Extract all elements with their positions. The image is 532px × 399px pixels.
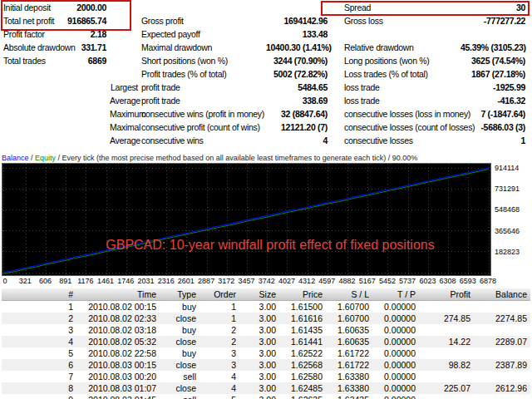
trade-cell: 1.63380 [326, 382, 372, 394]
stat-label: -1925.99 [459, 81, 530, 94]
x-axis-label: 6878 [477, 278, 499, 285]
trade-cell: buy [160, 301, 200, 313]
y-axis-label: 548468 [495, 206, 520, 214]
legend-balance-label: Balance [2, 154, 29, 162]
trade-cell: 3.00 [239, 324, 279, 336]
trade-cell: 0.00000 [372, 394, 419, 399]
balance-curve [3, 168, 489, 273]
stat-label [108, 54, 140, 67]
stat-label: 32 (8847.64) [264, 107, 329, 121]
trade-cell: 3.00 [239, 382, 279, 394]
stats-row: Total trades6869Short positions (won %)3… [2, 54, 530, 67]
trade-cell: 1.61616 [279, 313, 326, 324]
trades-header-row: #TimeTypeOrderSizePriceS / LT / PProfitB… [2, 288, 530, 301]
trade-cell [474, 394, 530, 399]
trade-cell [419, 324, 474, 336]
trade-cell: 2289.07 [474, 336, 530, 347]
trade-cell: 2010.08.02 00:15 [76, 301, 160, 313]
chart-plot-wrap: GBPCAD: 10-year windfall profit effect o… [2, 163, 530, 276]
trade-cell: sell [160, 394, 200, 399]
trade-cell: close [160, 336, 200, 347]
trade-cell: 0.00000 [372, 359, 419, 371]
stat-label [264, 1, 329, 14]
stat-label: 3625 (74.54%) [459, 54, 530, 67]
stat-cell [65, 81, 108, 94]
trade-cell: buy [160, 324, 200, 336]
trade-cell: 0.00000 [372, 301, 419, 313]
stat-label [2, 67, 65, 81]
trade-cell: 2274.85 [474, 313, 530, 324]
stat-label: 10400.30 (1.41%) [264, 41, 329, 54]
chart-y-axis: 182823365646548468731291914114 [493, 163, 530, 276]
equity-curve [3, 170, 489, 274]
trade-cell: 0.00000 [372, 347, 419, 359]
y-axis-label: 182823 [495, 249, 520, 256]
x-axis-label: 4882 [337, 278, 358, 285]
trade-cell: 7 [2, 371, 76, 382]
trade-cell [474, 324, 530, 336]
trade-cell: 2612.96 [474, 382, 530, 394]
trades-table-body: 12010.08.02 00:15buy13.001.615001.607000… [2, 301, 530, 399]
y-axis-label: 365646 [495, 228, 520, 235]
stats-row: Maximalconsecutive profit (count of wins… [2, 121, 530, 134]
trade-cell: 3.00 [239, 301, 279, 313]
trade-cell: 2010.08.02 22:58 [76, 347, 160, 359]
chart-canvas [2, 164, 490, 275]
x-axis-label: 4312 [296, 278, 318, 285]
x-axis-label: 5167 [357, 278, 378, 285]
stat-label: 30 [459, 1, 530, 14]
trade-cell: 2387.89 [474, 359, 530, 371]
stat-label: 12121.20 (7) [264, 121, 329, 134]
trade-row: 52010.08.02 22:58buy33.001.625221.617220… [2, 347, 530, 359]
stat-label: 5484.65 [264, 81, 329, 94]
stat-cell: consecutive losses (count of losses) [329, 121, 459, 134]
x-axis-label: 321 [14, 278, 36, 285]
trade-row: 62010.08.03 00:15close33.001.625681.6172… [2, 359, 530, 371]
stats-row: Initial deposit2000.00Spread30 [2, 1, 530, 14]
trade-cell: 1.62568 [279, 359, 326, 371]
trade-cell: 2 [200, 336, 239, 347]
stat-label: 3244 (70.90%) [264, 54, 329, 67]
stat-label: 5002 (72.82%) [264, 67, 329, 81]
trades-header-cell: S / L [326, 288, 372, 301]
trade-cell: 1 [200, 313, 239, 324]
stat-label: 133.48 [264, 27, 329, 41]
trade-cell: close [160, 359, 200, 371]
x-axis-label: 2887 [195, 278, 217, 285]
x-axis-label: 3457 [236, 278, 258, 285]
trade-cell: close [160, 382, 200, 394]
trade-cell: 1.60635 [326, 336, 372, 347]
trade-row: 12010.08.02 00:15buy13.001.615001.607000… [2, 301, 530, 313]
trade-cell: 2010.08.02 02:33 [76, 313, 160, 324]
trade-cell: 1.61722 [326, 359, 372, 371]
x-axis-label: 6593 [457, 278, 479, 285]
stat-cell [65, 134, 108, 147]
stat-label: 4 [264, 134, 329, 147]
trade-cell: 1.60700 [326, 313, 372, 324]
trade-cell: 1.60700 [326, 301, 372, 313]
trade-cell: 1.62522 [279, 347, 326, 359]
y-axis-label: 914114 [495, 165, 519, 172]
stat-label [2, 94, 65, 107]
stat-label: 45.39% (3105.23) [459, 41, 530, 54]
trade-cell: 0.00000 [372, 313, 419, 324]
stat-label: -777277.22 [459, 14, 530, 27]
trade-cell: 14.22 [419, 336, 474, 347]
trade-cell: 1.61500 [279, 301, 326, 313]
trade-cell: 2010.08.03 00:15 [76, 359, 160, 371]
stat-label: -416.32 [459, 94, 530, 107]
stat-cell: Spread [329, 1, 459, 14]
trade-cell: 3.00 [239, 359, 279, 371]
x-axis-label: 891 [55, 278, 76, 285]
stat-cell: Long positions (won %) [329, 54, 459, 67]
trade-cell: 1 [2, 301, 76, 313]
trade-cell: 0.00000 [372, 371, 419, 382]
x-axis-label: 4597 [316, 278, 337, 285]
trade-cell: 5 [200, 394, 239, 399]
stats-row: Largestprofit trade5484.65loss trade-192… [2, 81, 530, 94]
trades-header-cell: Price [279, 288, 326, 301]
chart-annotation-text: GBPCAD: 10-year windfall profit effect o… [106, 238, 434, 253]
trade-cell: 3 [2, 324, 76, 336]
stats-row: Absolute drawdown331.71Maximal drawdown1… [2, 41, 530, 54]
legend-separator: / [29, 154, 36, 162]
